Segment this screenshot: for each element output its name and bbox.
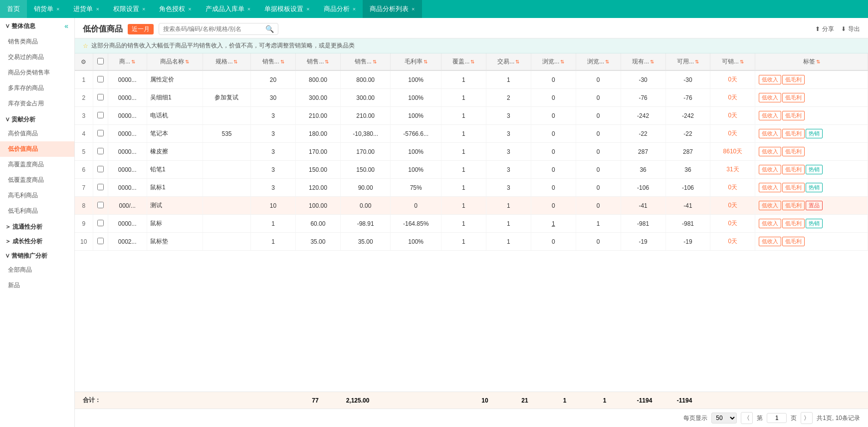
col-settings[interactable]: ⚙ bbox=[75, 53, 93, 70]
page-number-input[interactable] bbox=[767, 413, 787, 423]
search-icon[interactable]: 🔍 bbox=[265, 25, 274, 33]
row-select-checkbox[interactable] bbox=[97, 76, 104, 82]
col-view2: 浏览...⇅ bbox=[576, 53, 621, 70]
row-select-checkbox[interactable] bbox=[97, 112, 104, 118]
row-stock2: 36 bbox=[665, 161, 710, 179]
sidebar-item-all-products[interactable]: 全部商品 bbox=[0, 262, 74, 278]
row-code: 0000... bbox=[108, 161, 147, 179]
row-spec: 535 bbox=[203, 125, 250, 143]
row-trade: 3 bbox=[486, 125, 531, 143]
row-view2: 0 bbox=[576, 70, 621, 89]
close-icon[interactable]: × bbox=[247, 6, 250, 12]
next-page-button[interactable]: 〉 bbox=[801, 412, 813, 424]
total-trade: 21 bbox=[505, 397, 545, 404]
row-spec: 参加复试 bbox=[203, 89, 250, 107]
row-select-checkbox[interactable] bbox=[97, 220, 104, 226]
close-icon[interactable]: × bbox=[306, 6, 309, 12]
notice-bar: ☆ 这部分商品的销售收入大幅低于商品平均销售收入，价值不高，可考虑调整营销策略，… bbox=[75, 38, 868, 53]
view-link[interactable]: 1 bbox=[552, 220, 555, 227]
sidebar-item-high-value[interactable]: 高价值商品 bbox=[0, 126, 74, 141]
row-tags: 低收入低毛利 bbox=[755, 143, 868, 161]
row-view1: 1 bbox=[531, 215, 576, 233]
row-select-checkbox[interactable] bbox=[97, 94, 104, 100]
col-stock3: 可销...⇅ bbox=[710, 53, 755, 70]
row-checkbox bbox=[93, 179, 108, 197]
row-stock1: -76 bbox=[621, 89, 665, 107]
row-select-checkbox[interactable] bbox=[97, 148, 104, 154]
per-page-select[interactable]: 50 100 200 bbox=[711, 413, 737, 424]
row-checkbox bbox=[93, 89, 108, 107]
period-button[interactable]: 近一月 bbox=[128, 24, 154, 34]
total-qty: 77 bbox=[295, 397, 335, 404]
row-code: 0000... bbox=[108, 125, 147, 143]
sidebar-item-low-coverage[interactable]: 低覆盖度商品 bbox=[0, 172, 74, 188]
prev-page-button[interactable]: 〈 bbox=[741, 412, 753, 424]
sidebar-item-high-coverage[interactable]: 高覆盖度商品 bbox=[0, 157, 74, 172]
sidebar-item-low-margin[interactable]: 低毛利商品 bbox=[0, 203, 74, 219]
nav-template-settings[interactable]: 单据模板设置 × bbox=[257, 0, 316, 18]
row-select-checkbox[interactable] bbox=[97, 166, 104, 172]
close-icon[interactable]: × bbox=[188, 6, 191, 12]
nav-home[interactable]: 首页 bbox=[0, 0, 27, 18]
table-row: 9 0000... 鼠标 1 60.00 -98.91 -164.85% 1 1… bbox=[75, 215, 868, 233]
nav-permissions[interactable]: 权限设置 × bbox=[106, 0, 152, 18]
row-code: 0000... bbox=[108, 70, 147, 89]
sidebar-item-new-products[interactable]: 新品 bbox=[0, 278, 74, 293]
nav-product-analysis-list[interactable]: 商品分析列表 × bbox=[363, 0, 422, 18]
nav-purchase-order[interactable]: 进货单 × bbox=[66, 0, 106, 18]
row-days: 31天 bbox=[710, 161, 755, 179]
notice-icon: ☆ bbox=[83, 42, 88, 49]
sidebar-item-low-value[interactable]: 低价值商品 bbox=[0, 141, 74, 157]
close-icon[interactable]: × bbox=[142, 6, 145, 12]
row-select-checkbox[interactable] bbox=[97, 130, 104, 136]
table-header-row: ⚙ 商...⇅ 商品名称⇅ 规格...⇅ 销售...⇅ 销售...⇅ 销售...… bbox=[75, 53, 868, 70]
nav-roles[interactable]: 角色授权 × bbox=[152, 0, 198, 18]
close-icon[interactable]: × bbox=[412, 6, 415, 12]
collapse-button[interactable]: « bbox=[63, 21, 69, 31]
sidebar-group-marketing: ∨ 营销推广分析 bbox=[0, 248, 74, 262]
row-select-checkbox[interactable] bbox=[97, 202, 104, 208]
row-view2: 0 bbox=[576, 107, 621, 125]
share-button[interactable]: ⬆ 分享 bbox=[815, 25, 834, 33]
sidebar-item-multi-stock[interactable]: 多库存的商品 bbox=[0, 80, 74, 96]
product-tag: 低毛利 bbox=[782, 75, 805, 84]
nav-product-stock[interactable]: 产成品入库单 × bbox=[199, 0, 257, 18]
page-title: 低价值商品 bbox=[83, 24, 123, 34]
sidebar-group-growth[interactable]: ＞ 成长性分析 bbox=[0, 233, 74, 248]
view-value: 0 bbox=[552, 130, 555, 137]
table-row: 4 0000... 笔记本 535 3 180.00 -10,380... -5… bbox=[75, 125, 868, 143]
close-icon[interactable]: × bbox=[353, 6, 356, 12]
sidebar-item-sales-products[interactable]: 销售类商品 bbox=[0, 34, 74, 49]
row-trade: 2 bbox=[486, 89, 531, 107]
row-select-checkbox[interactable] bbox=[97, 184, 104, 190]
select-all-checkbox[interactable] bbox=[97, 58, 104, 64]
row-select-checkbox[interactable] bbox=[97, 238, 104, 244]
search-input[interactable] bbox=[163, 25, 262, 32]
row-stock1: -242 bbox=[621, 107, 665, 125]
row-cover: 1 bbox=[441, 70, 486, 89]
app-container: 首页 销货单 × 进货单 × 权限设置 × 角色授权 × 产成品入库单 × 单据… bbox=[0, 0, 868, 427]
row-sale2: 300.00 bbox=[340, 89, 390, 107]
view-value: 0 bbox=[552, 238, 555, 245]
row-sale3: 100% bbox=[391, 233, 441, 251]
close-icon[interactable]: × bbox=[96, 6, 99, 12]
nav-sales-order[interactable]: 销货单 × bbox=[27, 0, 66, 18]
sidebar-item-category-sales-rate[interactable]: 商品分类销售率 bbox=[0, 65, 74, 80]
total-view2: 1 bbox=[585, 397, 625, 404]
row-cover: 1 bbox=[441, 161, 486, 179]
product-tag: 低毛利 bbox=[782, 165, 805, 174]
row-sale2: -10,380... bbox=[340, 125, 390, 143]
sidebar-item-stock-capital[interactable]: 库存资金占用 bbox=[0, 96, 74, 111]
total-stock1: -1194 bbox=[625, 397, 664, 404]
sidebar-group-circulation[interactable]: ＞ 流通性分析 bbox=[0, 219, 74, 233]
per-page-label: 每页显示 bbox=[683, 414, 707, 423]
close-icon[interactable]: × bbox=[56, 6, 59, 12]
sidebar-item-traded-products[interactable]: 交易过的商品 bbox=[0, 49, 74, 65]
row-stock1: 287 bbox=[621, 143, 665, 161]
row-name: 笔记本 bbox=[147, 125, 203, 143]
row-num: 3 bbox=[75, 107, 93, 125]
sidebar-item-high-margin[interactable]: 高毛利商品 bbox=[0, 188, 74, 203]
row-sale1: 120.00 bbox=[296, 179, 341, 197]
export-button[interactable]: ⬇ 导出 bbox=[841, 25, 860, 33]
nav-product-analysis[interactable]: 商品分析 × bbox=[317, 0, 363, 18]
